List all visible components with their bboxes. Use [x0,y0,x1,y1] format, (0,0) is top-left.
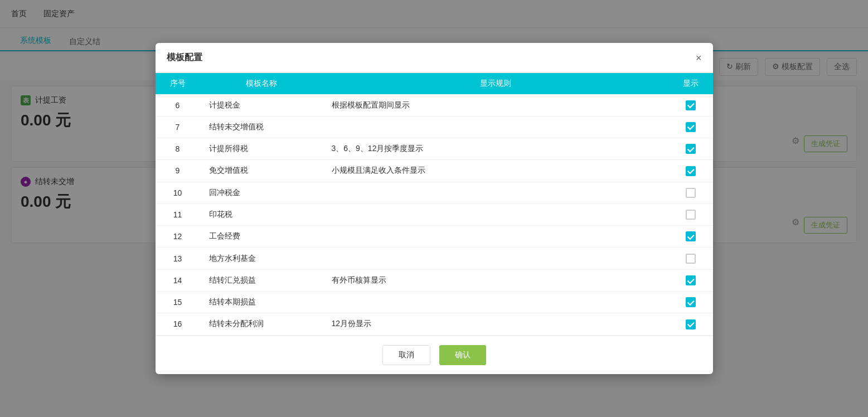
col-header-name: 模板名称 [200,73,323,94]
modal-header: 模板配置 × [156,43,713,73]
row-id: 11 [156,203,200,225]
modal-close-button[interactable]: × [696,53,702,63]
table-row: 15结转本期损益 [156,292,713,313]
row-id: 15 [156,292,200,313]
row-name: 计提所得税 [200,138,323,159]
modal-title: 模板配置 [167,52,202,64]
table-row: 8计提所得税3、6、9、12月按季度显示 [156,138,713,159]
row-name: 计提税金 [200,94,323,116]
row-rule [323,203,668,225]
confirm-button[interactable]: 确认 [439,345,486,365]
table-row: 16结转未分配利润12月份显示 [156,313,713,335]
table-row: 14结转汇兑损益有外币核算显示 [156,269,713,291]
row-rule: 3、6、9、12月按季度显示 [323,138,668,159]
row-checkbox[interactable] [686,210,696,220]
cancel-button[interactable]: 取消 [382,345,430,365]
table-body: 6计提税金根据模板配置期间显示7结转未交增值税8计提所得税3、6、9、12月按季… [156,94,713,335]
row-name: 回冲税金 [200,182,323,203]
table-row: 13地方水利基金 [156,248,713,269]
row-id: 9 [156,160,200,182]
row-display-cell [668,292,713,313]
col-header-id: 序号 [156,73,200,94]
row-rule: 根据模板配置期间显示 [323,94,668,116]
row-id: 8 [156,138,200,159]
row-name: 结转本期损益 [200,292,323,313]
row-id: 7 [156,116,200,138]
row-name: 地方水利基金 [200,248,323,269]
row-checkbox[interactable] [686,231,696,241]
col-header-rule: 显示规则 [323,73,668,94]
row-checkbox[interactable] [686,166,696,176]
table-row: 6计提税金根据模板配置期间显示 [156,94,713,116]
table-row: 10回冲税金 [156,182,713,203]
row-display-cell [668,160,713,182]
row-checkbox[interactable] [686,144,696,154]
row-display-cell [668,226,713,248]
row-display-cell [668,116,713,138]
table-row: 12工会经费 [156,226,713,248]
table-scroll-area[interactable]: 序号 模板名称 显示规则 显示 6计提税金根据模板配置期间显示7结转未交增值税8… [156,73,713,335]
table-row: 9免交增值税小规模且满足收入条件显示 [156,160,713,182]
row-rule [323,116,668,138]
row-rule [323,182,668,203]
row-checkbox[interactable] [686,122,696,132]
row-name: 印花税 [200,203,323,225]
row-name: 工会经费 [200,226,323,248]
row-rule: 小规模且满足收入条件显示 [323,160,668,182]
row-checkbox[interactable] [686,254,696,264]
row-rule [323,226,668,248]
config-table: 序号 模板名称 显示规则 显示 6计提税金根据模板配置期间显示7结转未交增值税8… [156,73,713,335]
row-name: 结转汇兑损益 [200,269,323,291]
row-rule: 有外币核算显示 [323,269,668,291]
template-config-modal: 模板配置 × 序号 模板名称 显示规则 显示 6计提税金根据模板配置期间显 [156,43,713,374]
row-id: 12 [156,226,200,248]
modal-overlay: 模板配置 × 序号 模板名称 显示规则 显示 6计提税金根据模板配置期间显 [0,0,868,417]
modal-body: 序号 模板名称 显示规则 显示 6计提税金根据模板配置期间显示7结转未交增值税8… [156,73,713,335]
row-checkbox[interactable] [686,297,696,307]
modal-footer: 取消 确认 [156,336,713,374]
row-display-cell [668,203,713,225]
row-display-cell [668,269,713,291]
row-checkbox[interactable] [686,188,696,198]
row-display-cell [668,182,713,203]
row-name: 结转未交增值税 [200,116,323,138]
row-id: 14 [156,269,200,291]
row-display-cell [668,138,713,159]
table-row: 11印花税 [156,203,713,225]
row-display-cell [668,248,713,269]
row-checkbox[interactable] [686,275,696,285]
row-name: 结转未分配利润 [200,313,323,335]
row-checkbox[interactable] [686,319,696,329]
row-display-cell [668,94,713,116]
table-row: 7结转未交增值税 [156,116,713,138]
row-display-cell [668,313,713,335]
row-name: 免交增值税 [200,160,323,182]
row-rule [323,292,668,313]
row-rule: 12月份显示 [323,313,668,335]
table-header: 序号 模板名称 显示规则 显示 [156,73,713,94]
col-header-display: 显示 [668,73,713,94]
row-rule [323,248,668,269]
row-id: 16 [156,313,200,335]
row-checkbox[interactable] [686,100,696,110]
row-id: 6 [156,94,200,116]
row-id: 13 [156,248,200,269]
row-id: 10 [156,182,200,203]
